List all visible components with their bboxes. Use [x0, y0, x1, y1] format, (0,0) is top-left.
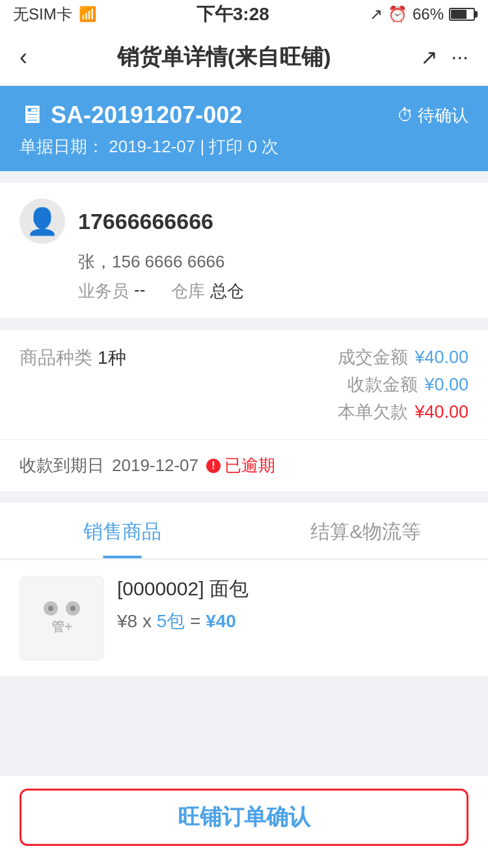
salesperson-value: -- [134, 280, 145, 303]
product-type-value: 1种 [98, 346, 126, 370]
product-type-label: 商品种类 [20, 346, 92, 370]
summary-card: 商品种类 1种 成交金额 ¥40.00 收款金额 ¥0.00 本单欠款 ¥40.… [0, 330, 488, 439]
date-label: 单据日期： [20, 137, 104, 156]
more-button[interactable]: ··· [451, 45, 468, 69]
product-qty: 5包 [157, 611, 185, 631]
confirm-order-button[interactable]: 旺铺订单确认 [20, 789, 468, 846]
section-divider-2 [0, 491, 488, 503]
status-time: 下午3:28 [197, 2, 269, 27]
price-equals: = [190, 611, 206, 631]
amount-label: 成交金额 [338, 346, 408, 369]
received-value: ¥0.00 [424, 375, 468, 395]
customer-phone: 17666666666 [78, 209, 213, 234]
overdue-exclamation: ! [211, 460, 215, 472]
date-value: 2019-12-07 [109, 137, 195, 156]
overdue-text: 已逾期 [224, 454, 275, 477]
price-prefix: ¥8 x [117, 611, 157, 631]
product-card: 管+ [0000002] 面包 ¥8 x 5包 = ¥40 [0, 560, 488, 676]
owl-eye-left [44, 601, 58, 616]
status-right: ↗ ⏰ 66% [370, 5, 475, 23]
avatar: 👤 [20, 198, 65, 244]
status-left: 无SIM卡 📶 [13, 4, 96, 25]
tab-settlement[interactable]: 结算&物流等 [244, 503, 488, 558]
product-name: [0000002] 面包 [117, 576, 468, 603]
due-date-label: 收款到期日 [20, 454, 104, 477]
warehouse-value: 总仓 [210, 280, 244, 303]
customer-card: 👤 17666666666 张，156 6666 6666 业务员 -- 仓库 … [0, 183, 488, 318]
status-bar: 无SIM卡 📶 下午3:28 ↗ ⏰ 66% [0, 0, 488, 29]
order-id: 🖥 SA-20191207-002 [20, 102, 242, 129]
page-title: 销货单详情(来自旺铺) [117, 42, 331, 72]
alarm-icon: ⏰ [388, 5, 407, 23]
due-date-card: 收款到期日 2019-12-07 ! 已逾期 [0, 440, 488, 491]
share-button[interactable]: ↗ [420, 45, 438, 70]
location-icon: ↗ [370, 5, 383, 23]
order-date: 单据日期： 2019-12-07 | 打印 0 次 [20, 135, 468, 158]
avatar-icon: 👤 [26, 206, 59, 237]
battery-icon [449, 8, 475, 21]
carrier-text: 无SIM卡 [13, 4, 72, 25]
tab-underline [103, 556, 142, 558]
nav-actions: ↗ ··· [420, 45, 468, 70]
order-icon: 🖥 [20, 102, 43, 129]
wifi-icon: 📶 [79, 6, 96, 23]
amount-value: ¥40.00 [414, 347, 468, 368]
section-divider-1 [0, 318, 488, 330]
customer-name: 张，156 6666 6666 [20, 251, 468, 273]
bottom-bar: 旺铺订单确认 [0, 775, 488, 868]
due-date-value: 2019-12-07 [112, 455, 198, 476]
salesperson-label: 业务员 [78, 280, 129, 303]
overdue-badge: ! 已逾期 [206, 454, 275, 477]
customer-meta: 业务员 -- 仓库 总仓 [20, 280, 468, 303]
tabs-bar: 销售商品 结算&物流等 [0, 503, 488, 559]
product-price: ¥8 x 5包 = ¥40 [117, 609, 468, 634]
order-header: 🖥 SA-20191207-002 ⏱ 待确认 单据日期： 2019-12-07… [0, 86, 488, 171]
status-clock-icon: ⏱ [397, 105, 414, 126]
received-label: 收款金额 [347, 373, 418, 396]
product-info: [0000002] 面包 ¥8 x 5包 = ¥40 [117, 576, 468, 634]
nav-bar: ‹ 销货单详情(来自旺铺) ↗ ··· [0, 29, 488, 86]
owl-eye-right [66, 601, 80, 616]
order-id-text: SA-20191207-002 [51, 102, 242, 129]
warehouse-label: 仓库 [171, 280, 205, 303]
product-total: ¥40 [206, 611, 236, 631]
status-text: 待确认 [418, 104, 468, 127]
tab-settlement-label: 结算&物流等 [310, 521, 421, 542]
tab-sales-label: 销售商品 [83, 521, 161, 542]
battery-percent: 66% [413, 5, 444, 23]
product-thumbnail: 管+ [20, 576, 104, 660]
tab-sales[interactable]: 销售商品 [0, 503, 244, 558]
product-title: 面包 [210, 578, 249, 599]
owl-logo-text: 管+ [51, 618, 72, 636]
product-code: [0000002] [117, 578, 204, 599]
arrears-label: 本单欠款 [338, 400, 408, 424]
print-text: | 打印 0 次 [200, 137, 278, 156]
order-status: ⏱ 待确认 [397, 104, 468, 127]
overdue-icon: ! [206, 459, 221, 473]
back-button[interactable]: ‹ [20, 44, 27, 71]
arrears-value: ¥40.00 [414, 402, 468, 422]
